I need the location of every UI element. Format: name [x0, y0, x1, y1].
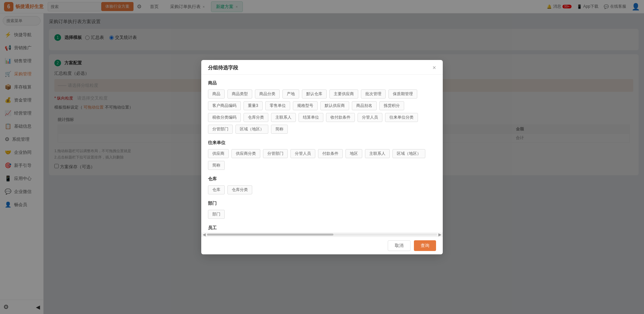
modal-overlay: 分组待选字段 × 商品 商品 商品类型 商品分类 产地 默认仓库 主要供应商 批…: [0, 0, 644, 314]
field-tag[interactable]: 简称: [271, 125, 288, 134]
goods-field-tags: 商品 商品类型 商品分类 产地 默认仓库 主要供应商 批次管理 保质期管理 客户…: [208, 89, 436, 134]
modal-body: 商品 商品 商品类型 商品分类 产地 默认仓库 主要供应商 批次管理 保质期管理…: [201, 75, 443, 233]
department-field-tags: 部门: [208, 210, 436, 219]
field-tag[interactable]: 供应商分类: [231, 149, 260, 158]
field-tag[interactable]: 拣货积分: [379, 101, 404, 110]
field-tag[interactable]: 分管人员: [290, 149, 315, 158]
field-tag[interactable]: 分管部门: [208, 125, 233, 134]
partner-field-tags: 供应商 供应商分类 分管部门 分管人员 付款条件 地区 主联系人 区域（地区） …: [208, 149, 436, 170]
partner-section-title: 往来单位: [208, 140, 436, 146]
field-tag[interactable]: 默认供应商: [320, 101, 349, 110]
field-tag[interactable]: 批次管理: [361, 89, 386, 99]
field-tag[interactable]: 仓库分类: [227, 185, 252, 194]
field-group-partner: 往来单位 供应商 供应商分类 分管部门 分管人员 付款条件 地区 主联系人 区域…: [208, 140, 436, 170]
field-tag[interactable]: 付款条件: [318, 149, 343, 158]
field-tag[interactable]: 默认仓库: [302, 89, 327, 99]
field-tag[interactable]: 重量3: [244, 101, 263, 110]
field-tag[interactable]: 分管部门: [263, 149, 288, 158]
modal-header: 分组待选字段 ×: [201, 60, 443, 75]
modal-close-btn[interactable]: ×: [432, 65, 436, 71]
field-tag[interactable]: 规格型号: [293, 101, 318, 110]
field-tag[interactable]: 仓库: [208, 185, 225, 194]
employee-section-title: 员工: [208, 225, 436, 231]
field-tag[interactable]: 主联系人: [365, 149, 390, 158]
field-select-modal: 分组待选字段 × 商品 商品 商品类型 商品分类 产地 默认仓库 主要供应商 批…: [201, 60, 443, 254]
field-tag[interactable]: 主联系人: [271, 113, 296, 122]
warehouse-field-tags: 仓库 仓库分类: [208, 185, 436, 194]
field-tag[interactable]: 收付款条件: [326, 113, 355, 122]
field-group-employee: 员工 业务员: [208, 225, 436, 233]
field-tag[interactable]: 往来单位分类: [385, 113, 418, 122]
field-tag[interactable]: 主要供应商: [329, 89, 358, 99]
hscroll-thumb: [207, 234, 333, 236]
modal-footer: 取消 查询: [201, 237, 443, 254]
field-group-department: 部门 部门: [208, 200, 436, 219]
field-tag[interactable]: 保质期管理: [388, 89, 417, 99]
field-tag[interactable]: 分管人员: [358, 113, 382, 122]
field-tag[interactable]: 部门: [208, 210, 225, 219]
field-tag[interactable]: 客户商品编码: [208, 101, 241, 110]
field-group-goods: 商品 商品 商品类型 商品分类 产地 默认仓库 主要供应商 批次管理 保质期管理…: [208, 80, 436, 134]
confirm-button[interactable]: 查询: [414, 240, 436, 251]
warehouse-section-title: 仓库: [208, 176, 436, 182]
field-tag[interactable]: 供应商: [208, 149, 229, 158]
field-tag[interactable]: 商品: [208, 89, 225, 99]
department-section-title: 部门: [208, 200, 436, 206]
field-tag[interactable]: 产地: [282, 89, 299, 99]
field-tag[interactable]: 区域（地区）: [392, 149, 425, 158]
field-tag[interactable]: 商品类型: [227, 89, 252, 99]
field-tag[interactable]: 零售单位: [265, 101, 290, 110]
field-tag[interactable]: 商品别名: [352, 101, 377, 110]
field-tag[interactable]: 税收分类编码: [208, 113, 241, 122]
field-tag[interactable]: 商品分类: [255, 89, 280, 99]
field-tag[interactable]: 结算单位: [299, 113, 323, 122]
field-tag[interactable]: 仓库分类: [244, 113, 268, 122]
field-tag[interactable]: 地区: [345, 149, 362, 158]
cancel-button[interactable]: 取消: [388, 240, 411, 251]
field-tag[interactable]: 简称: [208, 161, 225, 170]
modal-title: 分组待选字段: [208, 65, 238, 71]
modal-hscroll: ◀ ▶: [201, 233, 443, 237]
goods-section-title: 商品: [208, 80, 436, 86]
field-group-warehouse: 仓库 仓库 仓库分类: [208, 176, 436, 194]
field-tag[interactable]: 区域（地区）: [235, 125, 268, 134]
